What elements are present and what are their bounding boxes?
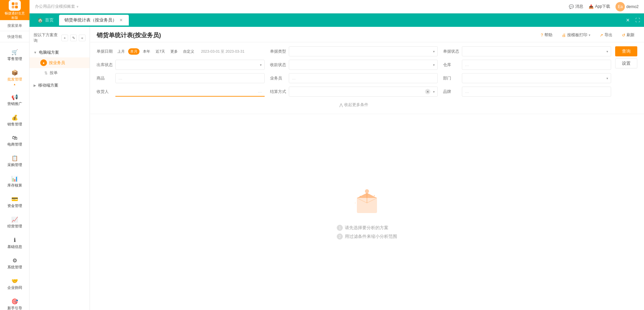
sidebar-item-purchase[interactable]: 📋 采购管理 (0, 151, 29, 171)
department-label: 部门 (443, 75, 459, 81)
purchase-icon: 📋 (11, 155, 18, 161)
refresh-button[interactable]: ↺ 刷新 (619, 31, 637, 39)
filter-payment-status: 收款状态 ▾ (270, 60, 438, 70)
app-download-icon: 📥 (589, 4, 594, 9)
tree-by-order-label: 按单 (50, 70, 58, 76)
tab-expand-button[interactable]: ⛶ (634, 16, 641, 24)
tree-item-by-staff[interactable]: ● 按业务员 (30, 57, 90, 68)
sidebar-item-retail[interactable]: 🛒 零售管理 (0, 45, 29, 65)
empty-state: 1 请先选择要分析的方案 2 用过滤条件来缩小分析范围 (90, 114, 644, 310)
page-header: 销货单统计表(按业务员) ? 帮助 🖨 按模板打印 ▾ ↗ 导出 (90, 27, 644, 42)
date-tab-this-month[interactable]: 本月 (128, 48, 140, 55)
tip-1-text: 请先选择要分析的方案 (345, 225, 388, 231)
sidebar-item-marketing-label: 营销推广 (7, 101, 22, 106)
collapse-arrow-up: ⋀ (339, 103, 343, 107)
svg-point-7 (374, 195, 375, 196)
filter-staff: 业务员 … (270, 73, 438, 83)
filter-grid: 单据日期 上月 本月 本年 近7天 更多 自定义 (97, 46, 611, 110)
quick-nav-label[interactable]: 快捷导航 (7, 35, 22, 39)
search-menu-label[interactable]: 搜索菜单 (7, 23, 22, 28)
empty-illustration (350, 185, 384, 218)
sidebar-item-ecommerce[interactable]: 🛍 电商管理 (0, 131, 29, 151)
left-panel-header: 按以下方案查询 + ✎ « (30, 30, 90, 46)
brand-select[interactable]: … (462, 87, 611, 97)
sidebar-nav: 🛒 零售管理 📦 批发管理 ▲ 📢 营销推广 💰 销售管理 🛍 电商管理 📋 采… (0, 45, 29, 310)
date-tab-more[interactable]: 更多 (168, 48, 180, 55)
out-status-select[interactable]: ▾ (115, 60, 265, 70)
receiver-input[interactable]: … (115, 87, 265, 97)
sidebar-item-sales-label: 销售管理 (7, 122, 22, 127)
query-button[interactable]: 查询 (615, 46, 637, 56)
help-button[interactable]: ? 帮助 (538, 31, 555, 39)
topbar-actions: 💬 消息 📥 App下载 Ea demo2 (569, 2, 639, 11)
tabbar: 🏠 首页 销货单统计表（按业务员） ✕ ✕ ⛶ (30, 13, 644, 27)
message-label: 消息 (575, 4, 583, 9)
print-button[interactable]: 🖨 按模板打印 ▾ (559, 31, 593, 39)
sidebar: 畅捷通好生意 标版 搜索菜单 快捷导航 🛒 零售管理 📦 批发管理 ▲ 📢 营销… (0, 0, 30, 310)
sidebar-item-operations[interactable]: 📈 经营管理 (0, 212, 29, 233)
date-tab-last-month[interactable]: 上月 (115, 48, 127, 55)
warehouse-select[interactable]: … (462, 60, 611, 70)
order-status-select[interactable]: ▾ (462, 46, 611, 56)
sidebar-item-newbie[interactable]: 🎯 新手引导 (0, 294, 29, 310)
sidebar-item-enterprise[interactable]: 🤝 企业协同 (0, 274, 29, 294)
settlement-select[interactable]: ✕ ▾ (289, 87, 438, 97)
staff-select[interactable]: … (289, 73, 438, 83)
sidebar-item-sales[interactable]: 💰 销售管理 (0, 110, 29, 131)
svg-point-6 (360, 196, 361, 197)
left-panel-icons: + ✎ « (61, 35, 86, 41)
edit-scheme-button[interactable]: ✎ (70, 35, 77, 41)
collapse-panel-button[interactable]: « (79, 35, 86, 41)
user-profile[interactable]: Ea demo2 (615, 2, 639, 11)
breadcrumb-arrow: ▾ (76, 4, 78, 9)
out-status-arrow: ▾ (260, 63, 262, 67)
date-tab-custom[interactable]: 自定义 (181, 48, 196, 55)
tab-sales-report[interactable]: 销货单统计表（按业务员） ✕ (59, 15, 129, 25)
quick-nav-area[interactable]: 快捷导航 (0, 31, 29, 42)
sidebar-item-newbie-label: 新手引导 (7, 306, 22, 310)
tab-home[interactable]: 🏠 首页 (32, 15, 59, 25)
sidebar-item-marketing[interactable]: 📢 营销推广 (0, 90, 29, 110)
sidebar-search-area[interactable]: 搜索菜单 (0, 20, 29, 31)
tab-home-label: 首页 (45, 17, 54, 23)
sidebar-item-wholesale[interactable]: 📦 批发管理 ▲ (0, 65, 29, 90)
department-select[interactable]: ▾ (462, 73, 611, 83)
ecommerce-icon: 🛍 (12, 135, 17, 141)
payment-status-select[interactable]: ▾ (289, 60, 438, 70)
collapse-more-button[interactable]: ⋀ 收起更多条件 (97, 100, 611, 110)
sidebar-item-inventory[interactable]: 📊 库存核算 (0, 171, 29, 192)
tab-close-button[interactable]: ✕ (119, 17, 123, 23)
tree-item-by-order[interactable]: ⇅ 按单 (30, 68, 90, 78)
breadcrumb: 办公用品行业模拟账套 ▾ (35, 4, 566, 9)
tip-2-text: 用过滤条件来缩小分析范围 (345, 234, 397, 240)
settlement-clear-button[interactable]: ✕ (425, 89, 430, 94)
add-scheme-button[interactable]: + (61, 35, 68, 41)
sidebar-item-basic[interactable]: ℹ 基础信息 (0, 233, 29, 253)
filter-department: 部门 ▾ (443, 73, 611, 83)
tree-mobile-header[interactable]: ▶ 移动端方案 (30, 81, 90, 90)
sidebar-item-system[interactable]: ⚙ 系统管理 (0, 253, 29, 274)
settings-button[interactable]: 设置 (615, 58, 637, 68)
filter-area: 单据日期 上月 本月 本年 近7天 更多 自定义 (90, 42, 644, 114)
sort-icon: ⇅ (44, 71, 48, 75)
right-panel: 销货单统计表(按业务员) ? 帮助 🖨 按模板打印 ▾ ↗ 导出 (90, 27, 644, 310)
order-type-select[interactable]: ▾ (289, 46, 438, 56)
warehouse-label: 仓库 (443, 62, 459, 68)
date-tab-last-7-days[interactable]: 近7天 (154, 48, 167, 55)
product-select[interactable]: … (115, 73, 265, 83)
filter-row-1: 单据日期 上月 本月 本年 近7天 更多 自定义 (97, 46, 611, 56)
svg-rect-2 (12, 6, 14, 8)
filter-product: 商品 … (97, 73, 265, 83)
sidebar-item-finance[interactable]: 💳 资金管理 (0, 192, 29, 212)
query-buttons: 查询 设置 (615, 46, 637, 68)
page-header-actions: ? 帮助 🖨 按模板打印 ▾ ↗ 导出 ↺ 刷新 (538, 31, 637, 39)
export-button[interactable]: ↗ 导出 (597, 31, 615, 39)
date-tab-this-year[interactable]: 本年 (141, 48, 152, 55)
tree-desktop-header[interactable]: ▼ 电脑端方案 (30, 48, 90, 57)
filter-receiver: 收货人 … (97, 87, 265, 97)
tab-minimize-button[interactable]: ✕ (625, 16, 631, 24)
message-button[interactable]: 💬 消息 (569, 4, 583, 9)
tree-desktop-label: 电脑端方案 (39, 50, 59, 55)
empty-tips: 1 请先选择要分析的方案 2 用过滤条件来缩小分析范围 (337, 225, 397, 240)
app-download-button[interactable]: 📥 App下载 (589, 4, 610, 9)
